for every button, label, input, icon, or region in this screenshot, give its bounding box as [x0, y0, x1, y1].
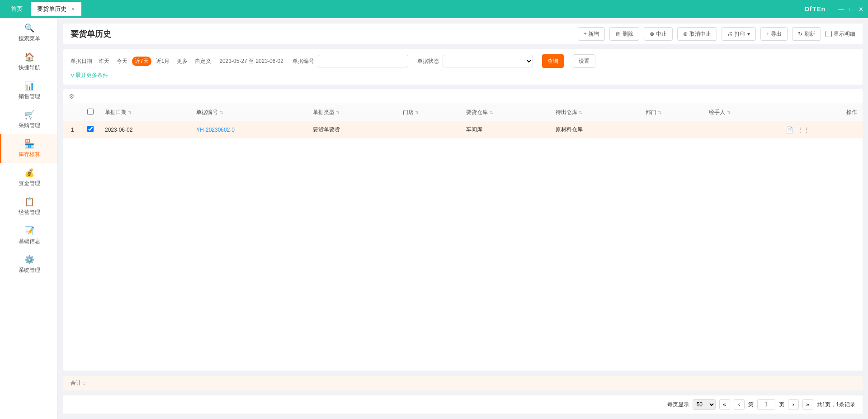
shortcut-more[interactable]: 更多 — [174, 57, 190, 66]
doc-no-input[interactable] — [318, 55, 408, 67]
filter-row-1: 单据日期 昨天 今天 近7天 近1月 更多 自定义 2023-05-27 至 2… — [71, 54, 855, 68]
last-page-button[interactable]: » — [802, 399, 813, 410]
home-icon: 🏠 — [24, 52, 34, 62]
sidebar-label-finance: 资金管理 — [19, 180, 40, 187]
shortcut-yesterday[interactable]: 昨天 — [96, 57, 112, 66]
add-button[interactable]: + 新增 — [578, 27, 605, 41]
col-header-doc-no[interactable]: 单据编号 ⇅ — [191, 104, 307, 121]
brand-text: OfTEn — [804, 5, 826, 13]
purchase-icon: 🛒 — [24, 110, 34, 120]
row-from-warehouse: 车间库 — [461, 121, 550, 138]
minimize-button[interactable]: — — [838, 6, 844, 13]
sidebar-item-shortcut[interactable]: 🏠 快捷导航 — [0, 47, 57, 76]
select-all-checkbox[interactable] — [87, 109, 94, 115]
sidebar-item-operations[interactable]: 📋 经营管理 — [0, 192, 57, 221]
page-goto-label: 第 — [748, 401, 754, 409]
row-doc-no: YH-20230602-0 — [191, 121, 307, 138]
row-doc-type: 要货单要货 — [307, 121, 397, 138]
operations-icon: 📋 — [24, 197, 34, 207]
table-header-row: 单据日期 ⇅ 单据编号 ⇅ 单据类型 ⇅ 门店 — [63, 104, 863, 121]
sidebar-item-inventory[interactable]: 🏪 库存核算 — [0, 134, 57, 163]
top-bar: 首页 要货单历史 ✕ OfTEn — □ ✕ — [0, 0, 868, 18]
table-toolbar: ⚙ — [63, 89, 863, 104]
show-detail-toggle[interactable]: 显示明细 — [826, 30, 855, 38]
cancel-stop-icon: ⊗ — [683, 31, 688, 37]
sidebar-label-purchase: 采购管理 — [19, 122, 40, 129]
table-settings-icon[interactable]: ⚙ — [69, 93, 75, 100]
sidebar-label-sales: 销售管理 — [19, 93, 40, 100]
sidebar-item-system[interactable]: ⚙️ 系统管理 — [0, 250, 57, 279]
col-header-num — [63, 104, 81, 121]
row-edit-icon[interactable]: 📄 — [786, 126, 793, 133]
row-checkbox-cell — [81, 121, 99, 138]
tab-list: 首页 要货单历史 ✕ — [5, 2, 804, 16]
settings-filter-button[interactable]: 设置 — [573, 54, 595, 68]
export-icon: ↑ — [766, 31, 769, 37]
refresh-button[interactable]: ↻ 刷新 — [792, 27, 821, 41]
row-more-icon[interactable]: ⋮⋮ — [797, 126, 810, 133]
data-table: 单据日期 ⇅ 单据编号 ⇅ 单据类型 ⇅ 门店 — [63, 104, 863, 138]
col-header-department[interactable]: 部门 ⇅ — [640, 104, 704, 121]
chevron-down-icon: ∨ — [71, 72, 75, 79]
per-page-select[interactable]: 50 10 20 100 — [693, 399, 716, 410]
shortcut-7days[interactable]: 近7天 — [132, 57, 151, 66]
shortcut-today[interactable]: 今天 — [114, 57, 130, 66]
export-button[interactable]: ↑ 导出 — [760, 27, 788, 41]
sidebar-label-shortcut: 快捷导航 — [19, 64, 40, 71]
sidebar-label-operations: 经营管理 — [19, 209, 40, 216]
tab-home[interactable]: 首页 — [5, 2, 29, 16]
shortcut-1month[interactable]: 近1月 — [153, 57, 173, 66]
doc-no-label: 单据编号 — [292, 57, 314, 65]
sidebar-item-basic[interactable]: 📝 基础信息 — [0, 221, 57, 250]
content-area: 要货单历史 + 新增 🗑 删除 ⊗ 中止 ⊗ 取消中止 🖨 打印 — [58, 18, 868, 419]
cancel-stop-button[interactable]: ⊗ 取消中止 — [677, 27, 717, 41]
stop-button[interactable]: ⊗ 中止 — [644, 27, 673, 41]
row-actions-cell: 📄 ⋮⋮ — [780, 121, 863, 138]
show-detail-checkbox[interactable] — [826, 31, 832, 37]
row-num: 1 — [63, 121, 81, 138]
row-handler — [703, 121, 780, 138]
row-to-warehouse: 原材料仓库 — [550, 121, 640, 138]
table-area: ⚙ 单据日期 ⇅ 单据编号 ⇅ — [63, 89, 863, 371]
table-row: 1 2023-06-02 YH-20230602-0 要货单要货 车间库 原材料… — [63, 121, 863, 138]
sidebar-item-finance[interactable]: 💰 资金管理 — [0, 163, 57, 192]
page-number-input[interactable]: 1 — [757, 399, 775, 410]
sidebar-item-purchase[interactable]: 🛒 采购管理 — [0, 105, 57, 134]
date-filter: 单据日期 昨天 今天 近7天 近1月 更多 自定义 2023-05-27 至 2… — [71, 57, 283, 66]
row-checkbox[interactable] — [87, 126, 94, 132]
col-header-handler[interactable]: 经手人 ⇅ — [703, 104, 780, 121]
sort-icon-store: ⇅ — [415, 110, 419, 115]
date-shortcuts: 昨天 今天 近7天 近1月 更多 自定义 — [96, 57, 214, 66]
pagination: 每页显示 50 10 20 100 « ‹ 第 1 页 › » 共1页，1条记录 — [63, 395, 863, 414]
delete-button[interactable]: 🗑 删除 — [609, 27, 639, 41]
doc-no-link[interactable]: YH-20230602-0 — [196, 127, 235, 133]
col-header-doc-type[interactable]: 单据类型 ⇅ — [307, 104, 397, 121]
page-label: 页 — [779, 401, 784, 409]
shortcut-custom[interactable]: 自定义 — [192, 57, 214, 66]
sidebar-item-search[interactable]: 🔍 搜索菜单 — [0, 18, 57, 47]
sidebar-label-basic: 基础信息 — [19, 238, 40, 245]
col-header-checkbox — [81, 104, 99, 121]
stop-icon: ⊗ — [650, 31, 654, 37]
sales-icon: 📊 — [24, 81, 34, 91]
status-select[interactable] — [443, 55, 533, 67]
finance-icon: 💰 — [24, 168, 34, 178]
sort-icon-from-warehouse: ⇅ — [490, 110, 493, 115]
system-icon: ⚙️ — [24, 255, 34, 265]
col-header-to-warehouse[interactable]: 待出仓库 ⇅ — [550, 104, 640, 121]
tab-home-label: 首页 — [11, 5, 23, 13]
col-header-from-warehouse[interactable]: 要货仓库 ⇅ — [461, 104, 550, 121]
col-header-store[interactable]: 门店 ⇅ — [397, 104, 461, 121]
next-page-button[interactable]: › — [788, 399, 799, 410]
tab-close-icon[interactable]: ✕ — [71, 6, 75, 12]
print-button[interactable]: 🖨 打印 ▾ — [722, 27, 756, 41]
close-button[interactable]: ✕ — [859, 6, 863, 13]
first-page-button[interactable]: « — [719, 399, 730, 410]
sidebar-item-sales[interactable]: 📊 销售管理 — [0, 76, 57, 105]
prev-page-button[interactable]: ‹ — [734, 399, 745, 410]
col-header-date[interactable]: 单据日期 ⇅ — [99, 104, 191, 121]
maximize-button[interactable]: □ — [849, 6, 853, 13]
tab-history[interactable]: 要货单历史 ✕ — [31, 2, 81, 16]
query-button[interactable]: 查询 — [542, 54, 564, 68]
expand-conditions-button[interactable]: ∨ 展开更多条件 — [71, 71, 855, 79]
